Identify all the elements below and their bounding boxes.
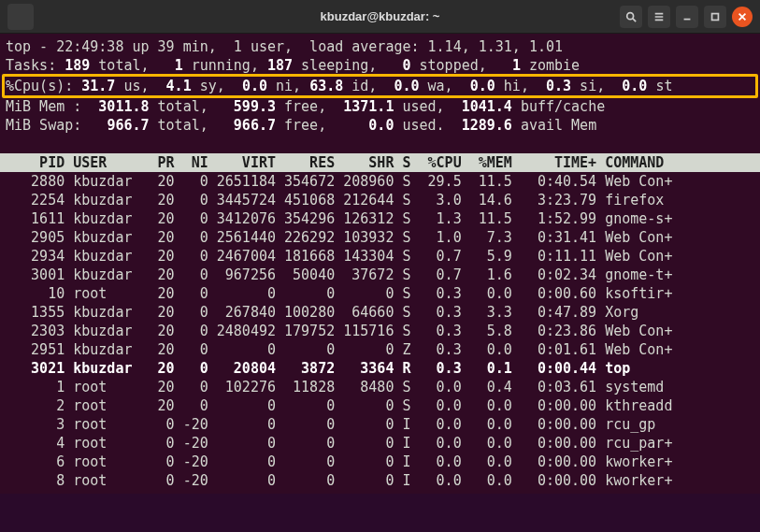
process-row: 6 root 0 -20 0 0 0 I 0.0 0.0 0:00.00 kwo… xyxy=(6,453,754,471)
svg-rect-1 xyxy=(712,13,719,20)
process-row: 1355 kbuzdar 20 0 267840 100280 64660 S … xyxy=(6,303,754,322)
blank-line xyxy=(6,135,754,153)
window-titlebar: kbuzdar@kbuzdar: ~ xyxy=(0,0,760,34)
process-row: 10 root 20 0 0 0 0 S 0.3 0.0 0:00.60 kso… xyxy=(6,284,754,303)
minimize-button[interactable] xyxy=(676,6,698,28)
tasks-line: Tasks: 189 total, 1 running, 187 sleepin… xyxy=(6,56,754,75)
process-row: 2254 kbuzdar 20 0 3445724 451068 212644 … xyxy=(6,191,754,209)
process-row: 1 root 20 0 102276 11828 8480 S 0.0 0.4 … xyxy=(6,378,754,396)
process-row: 1611 kbuzdar 20 0 3412076 354296 126312 … xyxy=(6,209,754,228)
hamburger-icon xyxy=(653,11,665,22)
process-row: 4 root 0 -20 0 0 0 I 0.0 0.0 0:00.00 rcu… xyxy=(6,434,754,453)
maximize-button[interactable] xyxy=(704,6,726,28)
mem-line: MiB Mem : 3011.8 total, 599.3 free, 1371… xyxy=(6,97,754,116)
process-row: 2 root 20 0 0 0 0 S 0.0 0.0 0:00.00 kthr… xyxy=(6,396,754,415)
process-row: 2951 kbuzdar 20 0 0 0 0 Z 0.3 0.0 0:01.6… xyxy=(6,340,754,359)
swap-line: MiB Swap: 966.7 total, 966.7 free, 0.0 u… xyxy=(6,116,754,135)
svg-point-0 xyxy=(627,12,634,19)
menu-button[interactable] xyxy=(648,6,670,28)
process-row: 8 root 0 -20 0 0 0 I 0.0 0.0 0:00.00 kwo… xyxy=(6,471,754,490)
process-row: 3 root 0 -20 0 0 0 I 0.0 0.0 0:00.00 rcu… xyxy=(6,415,754,434)
close-button[interactable] xyxy=(732,7,753,27)
maximize-icon xyxy=(710,11,721,22)
uptime-line: top - 22:49:38 up 39 min, 1 user, load a… xyxy=(6,37,754,56)
process-row: 3001 kbuzdar 20 0 967256 50040 37672 S 0… xyxy=(6,266,754,284)
process-row: 3021 kbuzdar 20 0 20804 3872 3364 R 0.3 … xyxy=(6,359,754,378)
cpu-line-highlighted: %Cpu(s): 31.7 us, 4.1 sy, 0.0 ni, 63.8 i… xyxy=(2,74,758,98)
process-row: 2934 kbuzdar 20 0 2467004 181668 143304 … xyxy=(6,247,754,266)
process-header: PID USER PR NI VIRT RES SHR S %CPU %MEM … xyxy=(0,153,760,172)
new-tab-button[interactable] xyxy=(7,4,34,30)
plus-icon xyxy=(7,4,34,30)
process-table: 2880 kbuzdar 20 0 2651184 354672 208960 … xyxy=(6,172,754,490)
search-icon xyxy=(625,11,637,22)
minimize-icon xyxy=(681,11,693,22)
window-title: kbuzdar@kbuzdar: ~ xyxy=(194,9,566,23)
process-row: 2905 kbuzdar 20 0 2561440 226292 103932 … xyxy=(6,228,754,247)
process-row: 2303 kbuzdar 20 0 2480492 179752 115716 … xyxy=(6,322,754,340)
terminal-output[interactable]: top - 22:49:38 up 39 min, 1 user, load a… xyxy=(0,34,760,494)
search-button[interactable] xyxy=(620,6,642,28)
close-icon xyxy=(737,11,748,22)
process-row: 2880 kbuzdar 20 0 2651184 354672 208960 … xyxy=(6,172,754,191)
